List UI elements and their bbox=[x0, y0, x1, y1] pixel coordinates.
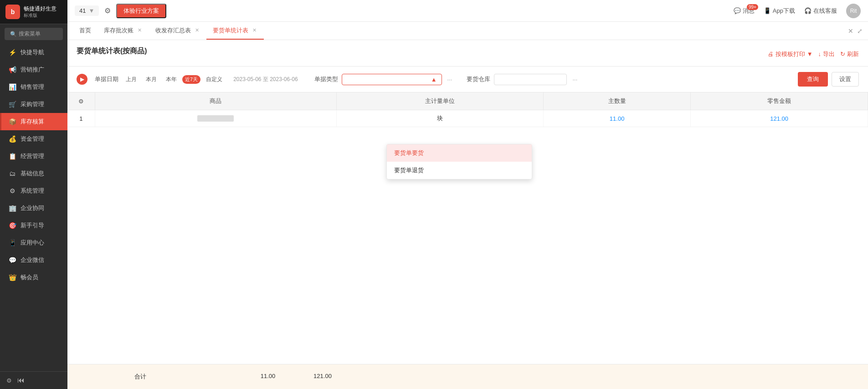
sidebar-item-enterprise[interactable]: 🏢 企业协同 bbox=[0, 200, 67, 217]
date-tab-custom[interactable]: 自定义 bbox=[202, 74, 226, 85]
guide-icon: 🎯 bbox=[8, 222, 17, 229]
type-dropdown: 要货单要货 要货单退货 bbox=[386, 144, 532, 179]
quantity-link[interactable]: 11.00 bbox=[610, 115, 625, 122]
inventory-icon: 📦 bbox=[8, 118, 17, 125]
tab-inventory-batch[interactable]: 库存批次账 ✕ bbox=[98, 22, 149, 40]
store-selector[interactable]: 41 ▼ bbox=[75, 5, 99, 16]
settings-icon[interactable]: ⚙ bbox=[104, 6, 111, 15]
footer-cells: 合计 11.00 121.00 bbox=[67, 369, 868, 384]
warehouse-more-icon[interactable]: ··· bbox=[572, 76, 577, 83]
product-name-placeholder bbox=[197, 115, 234, 122]
basic-icon: 🗂 bbox=[8, 170, 17, 177]
store-name: 41 bbox=[79, 7, 86, 14]
sidebar-item-marketing[interactable]: 📢 营销推广 bbox=[0, 61, 67, 78]
sidebar-logo: b 畅捷通好生意 标准版 bbox=[0, 0, 67, 24]
table-footer: 合计 11.00 121.00 bbox=[67, 364, 868, 389]
sidebar-item-operations[interactable]: 📋 经营管理 bbox=[0, 148, 67, 165]
footer-unit bbox=[186, 369, 241, 384]
sidebar-item-purchase[interactable]: 🛒 采购管理 bbox=[0, 96, 67, 113]
window-close-icon[interactable]: ✕ bbox=[848, 27, 853, 35]
date-tabs: 上月 本月 本年 近7天 自定义 bbox=[122, 74, 226, 85]
purchase-icon: 🛒 bbox=[8, 101, 17, 108]
phone-icon: 📱 bbox=[764, 7, 771, 14]
message-button[interactable]: 💬 消息 99+ bbox=[734, 7, 755, 15]
dropdown-item-return[interactable]: 要货单退货 bbox=[387, 162, 532, 179]
type-select-value bbox=[347, 76, 431, 83]
export-button[interactable]: ↓ 导出 bbox=[818, 50, 835, 58]
settings-button[interactable]: 设置 bbox=[832, 72, 859, 87]
sidebar-footer: ⚙ ⏮ bbox=[0, 371, 67, 389]
refresh-button[interactable]: ↻ 刷新 bbox=[840, 50, 859, 58]
filter-expand-button[interactable]: ▶ bbox=[77, 74, 87, 85]
dropdown-item-order[interactable]: 要货单要货 bbox=[387, 144, 532, 162]
date-tab-last-month[interactable]: 上月 bbox=[122, 74, 140, 85]
row-product bbox=[95, 110, 336, 127]
settings-footer-icon[interactable]: ⚙ bbox=[6, 377, 12, 384]
tab-order-stats[interactable]: 要货单统计表 ✕ bbox=[206, 22, 264, 40]
collapse-icon[interactable]: ⏮ bbox=[17, 376, 25, 384]
table-container: ⚙ 商品 主计量单位 主数量 零售金额 1 bbox=[67, 92, 868, 364]
topbar: 41 ▼ ⚙ 体验行业方案 💬 消息 99+ 📱 App下载 🎧 在线客服 Ri… bbox=[67, 0, 868, 22]
print-button[interactable]: 🖨 按模板打印 ▼ bbox=[768, 50, 813, 58]
tab-inventory-batch-close[interactable]: ✕ bbox=[136, 27, 143, 34]
user-menu[interactable]: Rit bbox=[846, 4, 861, 18]
column-settings-icon[interactable]: ⚙ bbox=[78, 98, 84, 105]
search-icon: 🔍 bbox=[10, 31, 17, 37]
sidebar-item-system[interactable]: ⚙ 系统管理 bbox=[0, 182, 67, 200]
marketing-icon: 📢 bbox=[8, 66, 17, 73]
date-filter-group: 单据日期 上月 本月 本年 近7天 自定义 bbox=[95, 74, 226, 85]
date-range-display: 2023-05-06 至 2023-06-06 bbox=[233, 76, 298, 83]
sidebar-item-wechat[interactable]: 💬 企业微信 bbox=[0, 251, 67, 269]
col-unit: 主计量单位 bbox=[336, 92, 543, 110]
warehouse-input[interactable] bbox=[494, 74, 567, 85]
app-download-button[interactable]: 📱 App下载 bbox=[764, 7, 795, 15]
main-area: 41 ▼ ⚙ 体验行业方案 💬 消息 99+ 📱 App下载 🎧 在线客服 Ri… bbox=[67, 0, 868, 389]
type-filter-group: 单据类型 ▲ ··· bbox=[314, 74, 452, 85]
promo-button[interactable]: 体验行业方案 bbox=[116, 4, 166, 18]
type-filter-label: 单据类型 bbox=[314, 75, 338, 83]
sidebar-search[interactable]: 🔍 搜索菜单 bbox=[5, 28, 63, 40]
amount-link[interactable]: 121.00 bbox=[770, 115, 788, 122]
date-tab-7days[interactable]: 近7天 bbox=[182, 75, 200, 84]
refresh-icon: ↻ bbox=[840, 51, 845, 57]
page-title: 要货单统计表(按商品) bbox=[77, 46, 147, 56]
tab-receive-summary-close[interactable]: ✕ bbox=[194, 27, 200, 34]
col-gear[interactable]: ⚙ bbox=[67, 92, 95, 110]
date-tab-this-year[interactable]: 本年 bbox=[162, 74, 180, 85]
type-select-chevron-icon: ▲ bbox=[431, 76, 437, 83]
footer-quantity: 11.00 bbox=[241, 369, 295, 384]
window-maximize-icon[interactable]: ⤢ bbox=[857, 27, 863, 35]
tab-receive-summary[interactable]: 收发存汇总表 ✕ bbox=[149, 22, 206, 40]
sidebar-item-sales[interactable]: 📊 销售管理 bbox=[0, 78, 67, 96]
warehouse-filter-label: 要货仓库 bbox=[467, 75, 490, 83]
data-table: ⚙ 商品 主计量单位 主数量 零售金额 1 bbox=[67, 92, 868, 127]
page-header: 要货单统计表(按商品) 🖨 按模板打印 ▼ ↓ 导出 ↻ 刷新 bbox=[67, 40, 868, 67]
quick-nav-icon: ⚡ bbox=[8, 49, 17, 56]
sidebar-item-app-center[interactable]: 📱 应用中心 bbox=[0, 234, 67, 251]
online-service-button[interactable]: 🎧 在线客服 bbox=[804, 7, 837, 15]
sidebar-item-quick-nav[interactable]: ⚡ 快捷导航 bbox=[0, 44, 67, 61]
sales-icon: 📊 bbox=[8, 83, 17, 91]
topbar-right: 💬 消息 99+ 📱 App下载 🎧 在线客服 Rit bbox=[734, 4, 861, 18]
message-icon: 💬 bbox=[734, 7, 741, 14]
query-button[interactable]: 查询 bbox=[798, 72, 828, 87]
sidebar-item-basic[interactable]: 🗂 基础信息 bbox=[0, 165, 67, 182]
message-badge: 99+ bbox=[747, 4, 758, 10]
tab-order-stats-close[interactable]: ✕ bbox=[251, 27, 257, 34]
warehouse-filter-group: 要货仓库 ··· bbox=[467, 74, 577, 85]
sidebar-item-finance[interactable]: 💰 资金管理 bbox=[0, 130, 67, 148]
sidebar-item-inventory[interactable]: 📦 库存核算 bbox=[0, 113, 67, 130]
filter-more-icon[interactable]: ··· bbox=[447, 76, 452, 83]
store-chevron-icon: ▼ bbox=[88, 7, 94, 14]
date-tab-this-month[interactable]: 本月 bbox=[142, 74, 160, 85]
footer-empty1 bbox=[67, 369, 95, 384]
sidebar-item-guide[interactable]: 🎯 新手引导 bbox=[0, 217, 67, 234]
headset-icon: 🎧 bbox=[804, 7, 812, 14]
type-select[interactable]: ▲ bbox=[342, 74, 442, 85]
finance-icon: 💰 bbox=[8, 135, 17, 143]
sidebar-nav: ⚡ 快捷导航 📢 营销推广 📊 销售管理 🛒 采购管理 📦 库存核算 💰 资金管… bbox=[0, 44, 67, 371]
sidebar-item-member[interactable]: 👑 畅会员 bbox=[0, 269, 67, 286]
row-amount: 121.00 bbox=[691, 110, 868, 127]
tab-home[interactable]: 首页 bbox=[73, 22, 98, 40]
filter-action-buttons: 查询 设置 bbox=[798, 72, 859, 87]
